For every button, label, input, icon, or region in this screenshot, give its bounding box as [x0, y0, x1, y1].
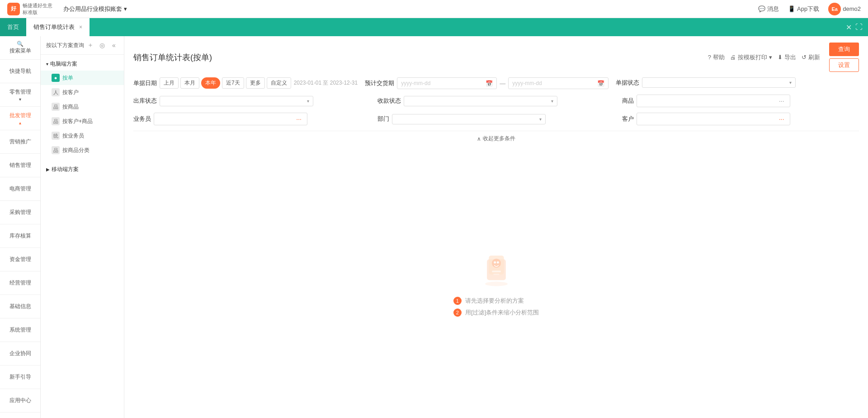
doc-status-select[interactable]: ▾: [642, 77, 796, 88]
sidebar-item-appstore[interactable]: 应用中心: [0, 389, 40, 413]
delivery-status-select[interactable]: ▾: [160, 96, 313, 106]
scheme-icon-by-goods: 品: [52, 103, 60, 111]
chevron-down-icon: ▾: [307, 99, 309, 104]
sidebar-item-purchase[interactable]: 采购管理: [0, 201, 40, 224]
tab-sales-order-stats[interactable]: 销售订单统计表 ×: [26, 18, 90, 36]
tab-bar-right: ✕ ⛶: [846, 23, 868, 32]
sidebar-item-sales[interactable]: 销售管理: [0, 154, 40, 177]
left-panel-title: 按以下方案查询: [46, 42, 84, 49]
salesperson-select[interactable]: ···: [154, 113, 307, 125]
message-icon: 💬: [758, 5, 765, 12]
left-panel: 按以下方案查询 ＋ ◎ « ▾ 电脑端方案 ● 按单 人 按客户: [41, 36, 124, 418]
date-btn-more[interactable]: 更多: [246, 77, 265, 89]
refresh-action[interactable]: ↺ 刷新: [802, 53, 820, 62]
settings-button[interactable]: 设置: [829, 58, 859, 72]
sidebar-item-corpwechat[interactable]: 企业微信: [0, 413, 40, 418]
expected-date-from-input[interactable]: [397, 78, 482, 89]
sidebar-item-shortcut[interactable]: 快捷导航: [0, 60, 40, 83]
main-layout: 🔍 搜索菜单 快捷导航 零售管理 ▾ 批发管理 ▴ 营销推广 销售管理 电商管理…: [0, 36, 868, 418]
app-selector[interactable]: 办公用品行业模拟账套 ▾: [63, 5, 127, 13]
doc-status-label: 单据状态: [616, 79, 639, 87]
collapse-panel-icon[interactable]: «: [109, 41, 118, 50]
logo-area: 好 畅捷通好生意 标准版: [7, 2, 52, 15]
expected-date-to[interactable]: 📅: [508, 77, 608, 89]
top-bar-right: 💬 消息 📱 App下载 Ea demo2: [758, 3, 861, 15]
chevron-right-icon: ▶: [46, 167, 50, 172]
chevron-up-icon: ▴: [19, 120, 21, 125]
date-btn-custom[interactable]: 自定义: [267, 77, 291, 89]
sidebar-item-ecommerce[interactable]: 电商管理: [0, 177, 40, 201]
date-separator: —: [500, 80, 505, 87]
tab-bar: 首页 销售订单统计表 × ✕ ⛶: [0, 18, 868, 36]
user-area[interactable]: Ea demo2: [828, 3, 861, 15]
customer-dots-icon[interactable]: ···: [777, 115, 786, 123]
sidebar-item-corp[interactable]: 企业协同: [0, 342, 40, 366]
collapse-bar[interactable]: ∧ 收起更多条件: [133, 131, 859, 146]
empty-illustration: [474, 244, 519, 290]
scheme-icon-by-salesperson: 统: [52, 132, 60, 140]
scheme-icon-by-order: ●: [52, 74, 60, 82]
department-select[interactable]: ▾: [392, 114, 546, 124]
scheme-item-by-goods[interactable]: 品 按商品: [41, 100, 124, 114]
expected-date-to-input[interactable]: [509, 78, 593, 89]
logo-text: 畅捷通好生意 标准版: [23, 2, 52, 15]
sidebar-item-finance[interactable]: 资金管理: [0, 248, 40, 271]
scheme-item-by-customer[interactable]: 人 按客户: [41, 85, 124, 100]
svg-point-5: [496, 261, 499, 263]
chevron-down-icon: ▾: [551, 99, 553, 104]
scheme-group-mobile-header[interactable]: ▶ 移动端方案: [41, 163, 124, 176]
sidebar-item-basic[interactable]: 基础信息: [0, 295, 40, 318]
sidebar-item-retail[interactable]: 零售管理 ▾: [0, 83, 40, 107]
date-range-text: 2023-01-01 至 2023-12-31: [294, 79, 358, 87]
query-button[interactable]: 查询: [829, 43, 859, 56]
template-print-action[interactable]: 🖨 按模板打印 ▾: [730, 53, 772, 62]
scheme-item-by-order[interactable]: ● 按单: [41, 71, 124, 85]
sidebar-item-operations[interactable]: 经营管理: [0, 271, 40, 295]
help-action[interactable]: ? 帮助: [708, 53, 725, 62]
sidebar-item-marketing[interactable]: 营销推广: [0, 130, 40, 154]
main-content: 销售订单统计表(按单) ? 帮助 🖨 按模板打印 ▾ ⬇: [124, 36, 868, 418]
sidebar-item-system[interactable]: 系统管理: [0, 318, 40, 342]
sidebar-item-wholesale[interactable]: 批发管理 ▴: [0, 107, 40, 130]
tab-close-icon[interactable]: ×: [79, 24, 82, 30]
page-title: 销售订单统计表(按单): [133, 52, 212, 63]
scheme-item-by-customer-goods[interactable]: 品 按客户+商品: [41, 114, 124, 128]
sidebar-item-newbie[interactable]: 新手引导: [0, 366, 40, 389]
customer-select[interactable]: ···: [637, 113, 790, 125]
empty-tips: 1 请先选择要分析的方案 2 用[过滤]条件来缩小分析范围: [453, 297, 539, 320]
date-btn-7days[interactable]: 近7天: [222, 77, 244, 89]
sidebar: 🔍 搜索菜单 快捷导航 零售管理 ▾ 批发管理 ▴ 营销推广 销售管理 电商管理…: [0, 36, 41, 418]
goods-label: 商品: [622, 97, 634, 105]
date-btn-last-month[interactable]: 上月: [160, 77, 179, 89]
sidebar-item-inventory[interactable]: 库存核算: [0, 224, 40, 248]
payment-status-select[interactable]: ▾: [404, 96, 557, 106]
close-window-icon[interactable]: ✕: [846, 23, 852, 32]
payment-status-label: 收款状态: [377, 97, 401, 105]
date-btn-this-year[interactable]: 本年: [201, 77, 220, 89]
date-label: 单据日期: [133, 79, 157, 87]
message-button[interactable]: 💬 消息: [758, 5, 779, 13]
page-title-row: 销售订单统计表(按单) ? 帮助 🖨 按模板打印 ▾ ⬇: [133, 43, 859, 72]
expected-date-from[interactable]: 📅: [397, 77, 497, 89]
scheme-item-by-salesperson[interactable]: 统 按业务员: [41, 128, 124, 143]
scheme-item-by-goods-category[interactable]: 品 按商品分类: [41, 143, 124, 157]
app-download-button[interactable]: 📱 App下载: [788, 5, 819, 13]
sidebar-item-search[interactable]: 🔍 搜索菜单: [0, 36, 40, 60]
salesperson-dots-icon[interactable]: ···: [294, 115, 303, 123]
scheme-group-pc: ▾ 电脑端方案 ● 按单 人 按客户 品 按商品 品 按客户+商品: [41, 55, 124, 160]
date-btn-this-month[interactable]: 本月: [180, 77, 199, 89]
payment-status-group: 收款状态 ▾: [377, 96, 614, 106]
goods-select[interactable]: ···: [637, 95, 790, 107]
svg-rect-7: [493, 274, 499, 275]
edit-scheme-icon[interactable]: ◎: [98, 41, 107, 50]
chevron-down-icon: ▾: [769, 54, 772, 61]
collapse-icon: ∧: [477, 136, 481, 142]
page-actions: ? 帮助 🖨 按模板打印 ▾ ⬇ 导出 ↺: [708, 43, 859, 72]
maximize-icon[interactable]: ⛶: [855, 23, 863, 31]
add-scheme-icon[interactable]: ＋: [86, 41, 95, 50]
tab-home[interactable]: 首页: [0, 18, 26, 36]
customer-label: 客户: [622, 115, 634, 123]
scheme-group-pc-header[interactable]: ▾ 电脑端方案: [41, 57, 124, 71]
more-dots-icon[interactable]: ···: [777, 97, 786, 104]
export-action[interactable]: ⬇ 导出: [778, 53, 796, 62]
